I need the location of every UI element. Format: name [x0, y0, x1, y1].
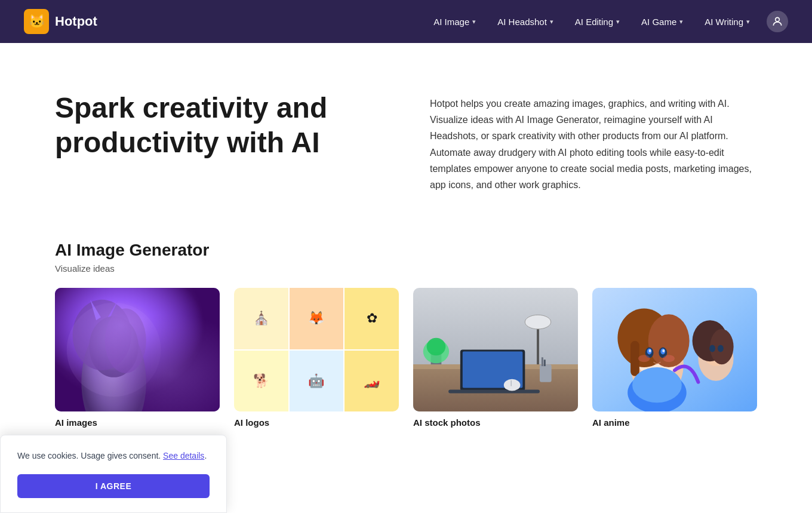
svg-point-8	[67, 303, 161, 397]
nav-ai-headshot[interactable]: AI Headshot ▾	[488, 12, 563, 32]
nav-ai-editing[interactable]: AI Editing ▾	[565, 12, 629, 32]
svg-point-16	[427, 338, 446, 356]
card-ai-anime-label: AI anime	[592, 417, 630, 428]
logo-cell-corgi: 🐕	[234, 351, 288, 412]
cookie-details-link[interactable]: See details	[163, 451, 204, 460]
logo[interactable]: 🐱 Hotpot	[24, 9, 97, 34]
card-ai-anime[interactable]: AI anime	[592, 288, 757, 428]
logo-cell-car: 🏎️	[345, 351, 399, 412]
svg-point-43	[649, 349, 651, 352]
svg-point-3	[89, 316, 139, 377]
cookie-message: We use cookies. Usage gives consent. See…	[17, 450, 210, 462]
card-ai-stock[interactable]: AI stock photos	[413, 288, 578, 428]
card-ai-stock-label: AI stock photos	[413, 417, 481, 428]
user-account-button[interactable]	[767, 11, 788, 32]
svg-rect-21	[542, 357, 543, 366]
logo-cell-robot: 🤖	[290, 351, 344, 412]
chevron-down-icon: ▾	[472, 18, 476, 26]
svg-point-38	[632, 367, 682, 403]
header: 🐱 Hotpot AI Image ▾ AI Headshot ▾ AI Edi…	[0, 0, 812, 43]
svg-marker-7	[108, 297, 120, 318]
svg-rect-36	[630, 341, 639, 376]
logo-cell-flower: ✿	[345, 288, 399, 349]
nav-ai-writing[interactable]: AI Writing ▾	[695, 12, 759, 32]
hero-left: Spark creativity and productivity with A…	[55, 91, 382, 159]
cards-grid: AI images ⛪ 🦊 ✿ 🐕 🤖 🏎️ AI logos	[55, 288, 757, 428]
svg-point-45	[638, 355, 650, 362]
logo-cell-fox: 🦊	[290, 288, 344, 349]
svg-rect-20	[540, 364, 552, 382]
card-ai-images-label: AI images	[55, 417, 97, 428]
nav-ai-image[interactable]: AI Image ▾	[424, 12, 485, 32]
svg-point-0	[776, 17, 780, 21]
logo-text: Hotpot	[55, 14, 97, 29]
nav-ai-game[interactable]: AI Game ▾	[632, 12, 693, 32]
main-nav: AI Image ▾ AI Headshot ▾ AI Editing ▾ AI…	[424, 11, 788, 32]
card-ai-logos-img: ⛪ 🦊 ✿ 🐕 🤖 🏎️	[234, 288, 399, 411]
section-title: AI Image Generator	[55, 241, 757, 260]
svg-point-30	[709, 345, 715, 352]
svg-point-4	[73, 300, 132, 370]
svg-rect-22	[544, 360, 546, 366]
svg-point-31	[718, 345, 724, 352]
svg-point-46	[663, 355, 675, 362]
logo-cell-church: ⛪	[234, 288, 288, 349]
hero-description: Hotpot helps you create amazing images, …	[430, 96, 757, 193]
svg-marker-6	[90, 300, 101, 321]
fantasy-image	[55, 288, 220, 411]
card-ai-images[interactable]: AI images	[55, 288, 220, 428]
card-ai-anime-img	[592, 288, 757, 411]
svg-rect-24	[511, 380, 512, 386]
hero-title: Spark creativity and productivity with A…	[55, 91, 342, 159]
svg-point-44	[662, 349, 665, 352]
chevron-down-icon: ▾	[550, 18, 553, 26]
section-subtitle: Visualize ideas	[55, 263, 757, 274]
svg-point-23	[504, 379, 521, 391]
hero-section: Spark creativity and productivity with A…	[0, 43, 812, 229]
card-ai-logos[interactable]: ⛪ 🦊 ✿ 🐕 🤖 🏎️ AI logos	[234, 288, 399, 428]
cookie-banner: We use cookies. Usage gives consent. See…	[0, 435, 227, 464]
card-ai-stock-img	[413, 288, 578, 411]
card-ai-images-img	[55, 288, 220, 411]
image-generator-section: AI Image Generator Visualize ideas	[0, 229, 812, 464]
card-ai-logos-label: AI logos	[234, 417, 269, 428]
svg-rect-19	[448, 390, 540, 394]
hero-right: Hotpot helps you create amazing images, …	[430, 91, 757, 193]
chevron-down-icon: ▾	[679, 18, 683, 26]
svg-rect-1	[55, 288, 220, 411]
logos-grid: ⛪ 🦊 ✿ 🐕 🤖 🏎️	[234, 288, 399, 411]
svg-point-5	[105, 309, 146, 373]
logo-icon: 🐱	[24, 9, 49, 34]
chevron-down-icon: ▾	[616, 18, 620, 26]
svg-point-2	[81, 323, 146, 411]
chevron-down-icon: ▾	[746, 18, 750, 26]
svg-point-13	[525, 315, 550, 329]
